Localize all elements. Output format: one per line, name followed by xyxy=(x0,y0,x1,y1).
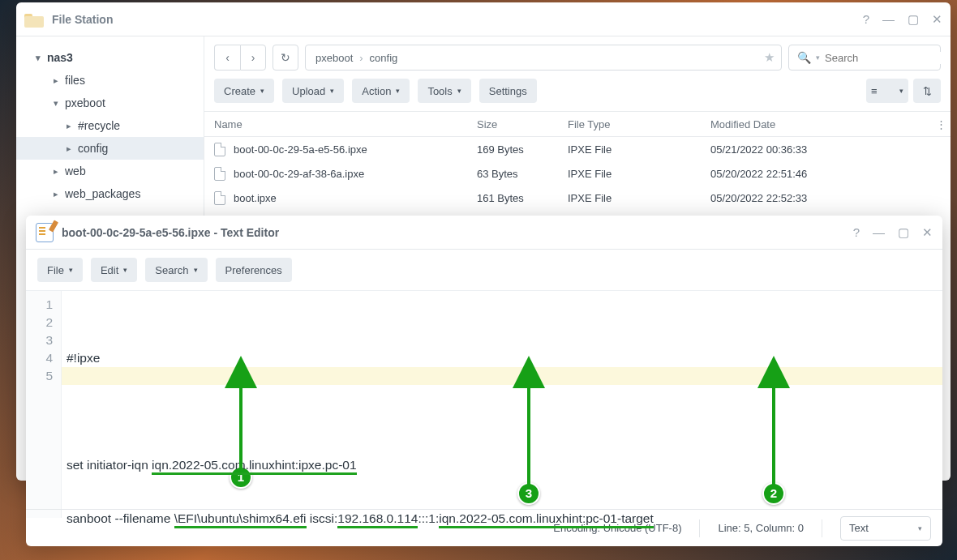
separator xyxy=(699,519,700,537)
tree-item-web[interactable]: ▸ web xyxy=(16,160,204,182)
nav-forward-button[interactable]: › xyxy=(240,45,266,71)
chevron-right-icon: ▸ xyxy=(65,143,73,154)
star-icon[interactable]: ★ xyxy=(764,50,775,65)
separator xyxy=(822,519,822,537)
breadcrumb-part[interactable]: pxeboot xyxy=(315,52,353,64)
tree-item-recycle[interactable]: ▸ #recycle xyxy=(16,114,204,137)
file-menu[interactable]: File▾ xyxy=(37,258,83,282)
close-icon[interactable]: ✕ xyxy=(922,225,933,240)
tree-item-files[interactable]: ▸ files xyxy=(16,69,204,92)
te-title: boot-00-0c-29-5a-e5-56.ipxe - Text Edito… xyxy=(62,226,279,239)
chevron-down-icon[interactable]: ▾ xyxy=(816,53,820,62)
breadcrumb-part[interactable]: config xyxy=(370,52,398,64)
prefs-button[interactable]: Preferences xyxy=(216,258,292,282)
search-box[interactable]: 🔍 ▾ xyxy=(788,45,941,71)
help-icon[interactable]: ? xyxy=(863,12,869,27)
gutter: 1 2 3 4 5 xyxy=(26,291,62,518)
folder-icon xyxy=(24,11,44,28)
search-menu[interactable]: Search▾ xyxy=(145,258,207,282)
code-area[interactable]: #!ipxe set initiator-iqn iqn.2022-05.com… xyxy=(62,291,942,518)
file-icon xyxy=(214,167,225,181)
chevron-down-icon: ▾ xyxy=(918,524,922,532)
more-columns-icon[interactable]: ⋮ xyxy=(931,118,951,130)
fs-nav-toolbar: ‹ › ↻ pxeboot › config ★ 🔍 ▾ xyxy=(204,36,951,79)
chevron-right-icon: ▸ xyxy=(52,166,60,177)
file-icon xyxy=(214,191,225,205)
underline-ip: 192.168.0.114 xyxy=(337,511,418,528)
underline-target-iqn: iqn.2022-05.com.linuxhint:pc-01-target xyxy=(439,511,654,528)
underline-efi-path: \EFI\ubuntu\shimx64.efi xyxy=(174,511,307,528)
action-button[interactable]: Action▾ xyxy=(352,79,410,103)
minimize-icon[interactable]: — xyxy=(873,225,885,240)
underline-iqn-initiator: iqn.2022-05.com.linuxhint:ipxe.pc-01 xyxy=(152,458,356,475)
te-titlebar[interactable]: boot-00-0c-29-5a-e5-56.ipxe - Text Edito… xyxy=(26,216,942,250)
chevron-right-icon: › xyxy=(359,52,363,64)
col-size[interactable]: Size xyxy=(467,118,558,130)
col-date[interactable]: Modified Date xyxy=(701,118,931,130)
editor[interactable]: 1 2 3 4 5 #!ipxe set initiator-iqn iqn.2… xyxy=(26,291,942,518)
maximize-icon[interactable]: ▢ xyxy=(908,12,919,27)
fs-titlebar[interactable]: File Station ? — ▢ ✕ xyxy=(16,2,951,36)
language-select[interactable]: Text ▾ xyxy=(840,516,931,541)
tree-item-pxeboot[interactable]: ▾ pxeboot xyxy=(16,92,204,114)
maximize-icon[interactable]: ▢ xyxy=(898,225,909,240)
chevron-right-icon: ▸ xyxy=(65,121,73,131)
col-name[interactable]: Name xyxy=(204,118,467,130)
list-icon: ≡ xyxy=(871,85,878,97)
chevron-down-icon: ▾ xyxy=(34,53,42,63)
tree-item-config[interactable]: ▸ config xyxy=(16,137,204,160)
edit-menu[interactable]: Edit▾ xyxy=(91,258,137,282)
table-header: Name Size File Type Modified Date ⋮ xyxy=(204,111,951,137)
text-editor-window: boot-00-0c-29-5a-e5-56.ipxe - Text Edito… xyxy=(26,216,942,546)
sort-button[interactable]: ⇅ xyxy=(913,79,941,103)
annotation-badge-2: 2 xyxy=(762,482,785,505)
chevron-right-icon: ▸ xyxy=(52,75,60,86)
fs-title: File Station xyxy=(52,13,113,26)
table-row[interactable]: boot.ipxe 161 Bytes IPXE File 05/20/2022… xyxy=(204,186,951,210)
tree-root[interactable]: ▾ nas3 xyxy=(16,46,204,69)
breadcrumb[interactable]: pxeboot › config ★ xyxy=(305,45,782,71)
close-icon[interactable]: ✕ xyxy=(932,12,942,27)
te-toolbar: File▾ Edit▾ Search▾ Preferences xyxy=(26,250,942,291)
refresh-button[interactable]: ↻ xyxy=(273,45,298,71)
col-type[interactable]: File Type xyxy=(558,118,701,130)
view-mode-button[interactable]: ≡▾ xyxy=(866,79,908,103)
search-icon: 🔍 xyxy=(797,51,811,64)
text-editor-icon xyxy=(36,223,54,242)
chevron-down-icon: ▾ xyxy=(899,87,903,95)
tools-button[interactable]: Tools▾ xyxy=(418,79,470,103)
nav-back-button[interactable]: ‹ xyxy=(214,45,240,71)
table-row[interactable]: boot-00-0c-29-5a-e5-56.ipxe 169 Bytes IP… xyxy=(204,137,951,161)
fs-action-toolbar: Create▾ Upload▾ Action▾ Tools▾ Settings … xyxy=(204,79,951,111)
chevron-down-icon: ▾ xyxy=(52,98,60,109)
search-input[interactable] xyxy=(825,52,951,64)
tree-item-web-packages[interactable]: ▸ web_packages xyxy=(16,182,204,205)
file-icon xyxy=(214,143,225,156)
status-position: Line: 5, Column: 0 xyxy=(718,522,804,534)
annotation-badge-3: 3 xyxy=(517,482,540,505)
help-icon[interactable]: ? xyxy=(853,225,860,240)
current-line-highlight xyxy=(62,367,942,385)
chevron-right-icon: ▸ xyxy=(52,189,60,199)
create-button[interactable]: Create▾ xyxy=(214,79,274,103)
settings-button[interactable]: Settings xyxy=(479,79,537,103)
minimize-icon[interactable]: — xyxy=(882,12,895,27)
upload-button[interactable]: Upload▾ xyxy=(282,79,344,103)
table-row[interactable]: boot-00-0c-29-af-38-6a.ipxe 63 Bytes IPX… xyxy=(204,161,951,186)
